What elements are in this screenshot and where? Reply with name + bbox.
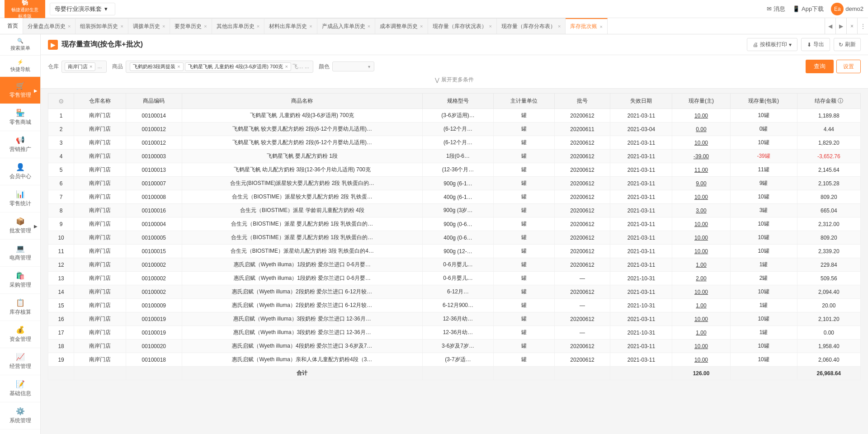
tab-batch-query[interactable]: 库存批次账 ×	[566, 18, 607, 34]
tab-close-icon[interactable]: ×	[162, 24, 165, 29]
cell-qty-main[interactable]: 10.00	[672, 340, 730, 353]
tab-close-icon[interactable]: ×	[68, 24, 71, 29]
query-button[interactable]: 查询	[806, 60, 834, 73]
sidebar-item-marketing[interactable]: 📢 营销推广	[0, 131, 40, 158]
cell-qty-main[interactable]: 10.00	[672, 312, 730, 326]
settings-gear-icon[interactable]: ⚙	[58, 98, 64, 105]
refresh-button[interactable]: ↻ 刷新	[834, 38, 861, 51]
cell-code: 00100008	[126, 190, 182, 204]
cell-qty-pack: 0罐	[730, 123, 797, 136]
cell-qty-main[interactable]: 1.00	[672, 299, 730, 312]
tab-close-icon[interactable]: ×	[120, 24, 123, 29]
cell-unit: 罐	[493, 109, 554, 123]
tab-close-icon[interactable]: ×	[309, 24, 312, 29]
cell-qty-main[interactable]: 11.00	[672, 163, 730, 177]
sidebar-item-finance[interactable]: 💰 资金管理	[0, 321, 40, 348]
sidebar-shortcuts[interactable]: ⚡ 快捷导航	[0, 56, 40, 77]
cell-qty-main[interactable]: -39.00	[672, 150, 730, 163]
cell-qty-main[interactable]: 10.00	[672, 231, 730, 245]
tab-inventory-status[interactable]: 现存量（库存状况表） ×	[428, 18, 497, 34]
tab-close-icon[interactable]: ×	[558, 24, 561, 29]
table-row: 16 南岸门店 00100019 惠氏启赋（Wyeth illuma）3段奶粉 …	[48, 312, 861, 326]
product-tag-2-close[interactable]: ×	[285, 64, 288, 69]
workspace-selector[interactable]: 母婴行业演示账套 ▾	[50, 3, 115, 15]
tab-product-in-history[interactable]: 产成品入库单历史 ×	[317, 18, 375, 34]
tab-allot-history[interactable]: 调拨单历史 ×	[128, 18, 170, 34]
sidebar-item-ecommerce[interactable]: 💻 电商管理	[0, 240, 40, 267]
cell-qty-main[interactable]: 3.00	[672, 204, 730, 217]
cell-qty-main[interactable]: 1.00	[672, 326, 730, 340]
retail-icon: 🛒	[16, 81, 25, 90]
product-more-dots[interactable]: ...	[305, 63, 309, 70]
cell-no: 10	[48, 231, 74, 245]
tab-close-icon[interactable]: ×	[599, 24, 602, 29]
cell-unit: 罐	[493, 204, 554, 217]
cell-qty-main[interactable]: 10.00	[672, 353, 730, 367]
warehouse-tag-close[interactable]: ×	[90, 64, 92, 69]
message-button[interactable]: ✉ 消息	[767, 5, 785, 13]
sidebar-search[interactable]: 🔍 搜索菜单	[0, 34, 40, 56]
action-buttons: 查询 设置	[806, 60, 861, 73]
sidebar-item-wholesale[interactable]: 📦 批发管理 ▶	[0, 212, 40, 240]
cell-qty-main[interactable]: 10.00	[672, 109, 730, 123]
col-spec: 规格型号	[423, 94, 494, 109]
sidebar-item-member[interactable]: 👤 会员中心	[0, 158, 40, 185]
tab-cost-adjust-history[interactable]: 成本调整单历史 ×	[375, 18, 428, 34]
sidebar-item-operations[interactable]: 📈 经营管理	[0, 348, 40, 375]
export-button[interactable]: ⬇ 导出	[801, 38, 830, 51]
cell-spec: 900g (0-6…	[423, 217, 494, 231]
sidebar-item-enterprise[interactable]: 🤝 企业协同	[0, 429, 40, 434]
tab-scroll-left[interactable]: ◀	[825, 18, 835, 34]
product-tag-1[interactable]: 飞鹤奶粉3段两提装 ×	[130, 62, 184, 71]
tab-close-icon[interactable]: ×	[420, 24, 423, 29]
sidebar-item-system[interactable]: ⚙️ 系统管理	[0, 402, 40, 429]
cell-qty-main[interactable]: 9.00	[672, 177, 730, 190]
cell-qty-main[interactable]: 2.00	[672, 272, 730, 285]
cell-qty-main[interactable]: 0.00	[672, 123, 730, 136]
cell-qty-main[interactable]: 10.00	[672, 136, 730, 150]
tab-close-icon[interactable]: ×	[257, 24, 259, 29]
product-tag-container[interactable]: 飞鹤奶粉3段两提装 × 飞鹤星飞帆 儿童奶粉 4段(3-6岁适用) 700克 ×…	[126, 61, 313, 73]
sidebar-item-purchase[interactable]: 🛍️ 采购管理	[0, 267, 40, 294]
user-area[interactable]: Ea demo2	[831, 3, 863, 15]
setting-button[interactable]: 设置	[836, 60, 861, 73]
warehouse-tag-container[interactable]: 南岸门店 × ...	[61, 61, 107, 73]
cell-amount: 665.04	[797, 204, 860, 217]
tab-close-icon[interactable]: ×	[204, 24, 207, 29]
tab-combo-history[interactable]: 组装拆卸单历史 ×	[75, 18, 128, 34]
warehouse-more-dots[interactable]: ...	[97, 63, 102, 70]
tab-close-icon[interactable]: ×	[368, 24, 370, 29]
tab-other-out-history[interactable]: 其他出库单历史 ×	[212, 18, 264, 34]
expand-conditions-button[interactable]: ⋁ 展开更多条件	[435, 76, 474, 84]
cell-qty-main[interactable]: 10.00	[672, 245, 730, 258]
warehouse-tag-nanang[interactable]: 南岸门店 ×	[65, 62, 95, 71]
tab-home[interactable]: 首页	[3, 18, 23, 34]
tab-split-history[interactable]: 分量盘点单历史 ×	[23, 18, 75, 34]
cell-qty-pack: 10罐	[730, 109, 797, 123]
tab-request-history[interactable]: 要货单历史 ×	[170, 18, 212, 34]
sidebar-item-retail-stats[interactable]: 📊 零售统计	[0, 185, 40, 212]
col-amount: 结存金额 ⓘ	[797, 94, 860, 109]
tab-inventory-dist[interactable]: 现存量（库存分布表） ×	[497, 18, 566, 34]
tab-close-all[interactable]: ×	[846, 18, 857, 34]
tab-close-icon[interactable]: ×	[489, 24, 492, 29]
print-button[interactable]: 🖨 按模板打印 ▾	[747, 38, 797, 51]
cell-code: 00100005	[126, 231, 182, 245]
cell-qty-main[interactable]: 10.00	[672, 217, 730, 231]
sidebar-item-basic-info[interactable]: 📝 基础信息	[0, 375, 40, 402]
sidebar-item-inventory[interactable]: 📋 库存核算	[0, 294, 40, 321]
cell-no: 6	[48, 177, 74, 190]
tab-material-out-history[interactable]: 材料出库单历史 ×	[264, 18, 317, 34]
cell-qty-main[interactable]: 1.00	[672, 258, 730, 272]
sidebar-item-shop[interactable]: 🏪 零售商城	[0, 104, 40, 131]
toggle-sidebar-button[interactable]: ▶	[48, 40, 58, 50]
cell-qty-main[interactable]: 10.00	[672, 190, 730, 204]
color-selector[interactable]: ▾	[332, 61, 374, 71]
tab-menu[interactable]: ⋮	[857, 18, 868, 34]
product-tag-1-close[interactable]: ×	[177, 64, 180, 69]
app-download-button[interactable]: 📱 App下载	[793, 5, 824, 13]
tab-scroll-right[interactable]: ▶	[835, 18, 846, 34]
product-tag-2[interactable]: 飞鹤星飞帆 儿童奶粉 4段(3-6岁适用) 700克 ×	[185, 62, 291, 71]
sidebar-item-retail[interactable]: 🛒 零售管理 ▶	[0, 77, 40, 104]
cell-qty-main[interactable]: 10.00	[672, 285, 730, 299]
